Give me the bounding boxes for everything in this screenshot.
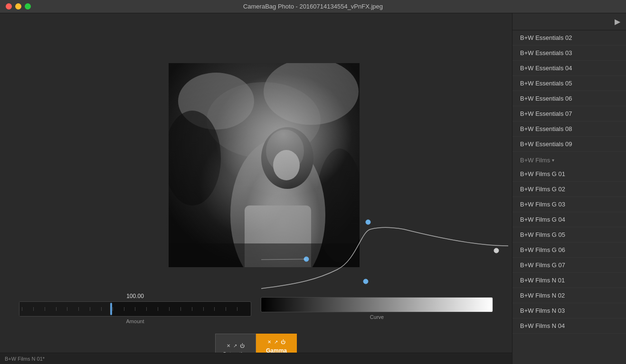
window-controls — [6, 3, 31, 9]
gamma-close-icon: ✕ — [267, 339, 271, 345]
preset-item-bw-films-n04[interactable]: B+W Films N 04 — [512, 318, 626, 334]
tick — [33, 307, 45, 311]
maximize-button[interactable] — [25, 3, 31, 9]
svg-point-15 — [494, 248, 499, 253]
tick — [237, 307, 248, 311]
bw-films-label: B+W Films — [520, 157, 550, 164]
tick — [203, 307, 215, 311]
window-title: CameraBag Photo - 20160714134554_vPnFX.j… — [243, 3, 383, 10]
saturation-panel-icons: ✕ ↗ ⏻ — [227, 343, 245, 348]
saturation-close-icon: ✕ — [227, 343, 230, 348]
tick — [67, 307, 78, 311]
tick — [135, 307, 146, 311]
status-bar: B+W Films N 01* — [0, 353, 512, 364]
status-text: B+W Films N 01* — [5, 356, 45, 362]
preset-item-bw-films-n01[interactable]: B+W Films N 01 — [512, 273, 626, 288]
preset-item-bw-films-g04[interactable]: B+W Films G 04 — [512, 212, 626, 227]
close-button[interactable] — [6, 3, 12, 9]
amount-label: Amount — [126, 318, 144, 324]
preset-item-bw-films-g05[interactable]: B+W Films G 05 — [512, 227, 626, 243]
amount-value: 100.00 — [126, 293, 144, 299]
sidebar-arrow-icon[interactable]: ▶ — [615, 17, 620, 26]
preset-item-bw-essentials-06[interactable]: B+W Essentials 06 — [512, 91, 626, 106]
amount-slider-thumb[interactable] — [110, 303, 112, 315]
preset-item-bw-films-n02[interactable]: B+W Films N 02 — [512, 288, 626, 303]
main-layout: 100.00 — [0, 13, 626, 364]
tick-marks — [19, 302, 251, 316]
sidebar-header: ▶ — [512, 13, 626, 30]
bw-films-chevron-icon: ▾ — [552, 158, 554, 163]
tick — [78, 307, 90, 311]
center-panel: 100.00 — [0, 13, 512, 364]
tick — [90, 307, 101, 311]
preset-item-bw-essentials-07[interactable]: B+W Essentials 07 — [512, 106, 626, 121]
tick — [113, 307, 124, 311]
gamma-curve-panel-icons: ✕ ↗ ⏻ — [267, 339, 285, 345]
gamma-power-icon: ⏻ — [281, 339, 285, 345]
preset-list[interactable]: B+W Essentials 02 B+W Essentials 03 B+W … — [512, 30, 626, 364]
preset-item-bw-essentials-02[interactable]: B+W Essentials 02 — [512, 30, 626, 46]
preset-item-bw-essentials-09[interactable]: B+W Essentials 09 — [512, 137, 626, 152]
saturation-share-icon: ↗ — [233, 343, 237, 348]
preset-item-bw-films-g03[interactable]: B+W Films G 03 — [512, 197, 626, 212]
tick — [56, 307, 67, 311]
tick — [180, 307, 192, 311]
preset-item-bw-films-g07[interactable]: B+W Films G 07 — [512, 258, 626, 273]
tick — [226, 307, 237, 311]
tick — [214, 307, 226, 311]
preset-item-bw-films-n03[interactable]: B+W Films N 03 — [512, 303, 626, 318]
tick — [158, 307, 169, 311]
preset-item-bw-essentials-05[interactable]: B+W Essentials 05 — [512, 76, 626, 91]
tick — [146, 307, 158, 311]
tick — [22, 307, 33, 311]
tick — [124, 307, 135, 311]
tick — [192, 307, 203, 311]
sidebar: ▶ B+W Essentials 02 B+W Essentials 03 B+… — [512, 13, 626, 364]
preset-item-bw-films-g06[interactable]: B+W Films G 06 — [512, 243, 626, 258]
amount-slider-track[interactable] — [19, 301, 251, 317]
minimize-button[interactable] — [15, 3, 21, 9]
curve-label: Curve — [370, 314, 384, 320]
svg-point-14 — [363, 279, 368, 284]
tick — [169, 307, 180, 311]
gamma-curve-svg — [261, 203, 508, 308]
svg-line-16 — [261, 259, 306, 260]
curve-area — [261, 203, 508, 308]
tick — [45, 307, 56, 311]
saturation-power-icon: ⏻ — [240, 343, 245, 348]
preset-item-bw-essentials-03[interactable]: B+W Essentials 03 — [512, 46, 626, 61]
preset-item-bw-films-g02[interactable]: B+W Films G 02 — [512, 182, 626, 197]
preset-item-bw-essentials-08[interactable]: B+W Essentials 08 — [512, 121, 626, 137]
preset-item-bw-films-g01[interactable]: B+W Films G 01 — [512, 167, 626, 182]
bw-films-section-header[interactable]: B+W Films ▾ — [512, 152, 626, 167]
canvas-area — [0, 13, 512, 288]
svg-point-12 — [366, 220, 370, 224]
gamma-share-icon: ↗ — [274, 339, 278, 345]
preset-item-bw-essentials-04[interactable]: B+W Essentials 04 — [512, 61, 626, 76]
titlebar: CameraBag Photo - 20160714134554_vPnFX.j… — [0, 0, 626, 13]
amount-slider-section: 100.00 — [19, 293, 251, 324]
